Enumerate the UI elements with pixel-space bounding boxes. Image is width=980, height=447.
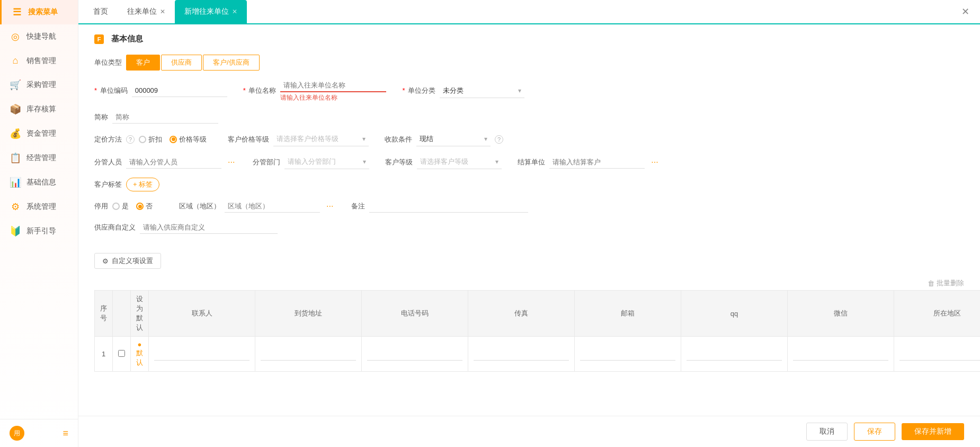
contacts-table: 序号 设为默认 联系人 到货地址 电话号码 传真 邮箱 qq 微信 所在地区 操… xyxy=(94,290,980,372)
sidebar-item-search[interactable]: ☰ 搜索菜单 xyxy=(0,0,78,24)
type-btn-supplier[interactable]: 供应商 xyxy=(161,55,202,71)
section-title-icon: F xyxy=(94,34,104,44)
qq-input[interactable] xyxy=(687,348,782,361)
avatar: 用 xyxy=(10,426,24,441)
sidebar-item-sales[interactable]: ⌂ 销售管理 xyxy=(0,49,78,73)
col-qq: qq xyxy=(681,291,788,337)
billing-unit-label: 结算单位 xyxy=(518,157,545,167)
batch-delete-row: 🗑 批量删除 xyxy=(94,278,964,288)
col-contact: 联系人 xyxy=(149,291,255,337)
disabled-group: 停用 是 否 xyxy=(94,201,153,211)
col-default: 设为默认 xyxy=(131,291,149,337)
custom-settings-wrapper: ⚙ 自定义项设置 xyxy=(78,248,980,274)
sidebar-item-basic-info[interactable]: 📊 基础信息 xyxy=(0,170,78,195)
disabled-radios: 是 否 xyxy=(112,201,153,211)
address-input[interactable] xyxy=(261,348,356,361)
billing-unit-group: 结算单位 ··· xyxy=(518,156,660,169)
pricing-radio-discount[interactable]: 折扣 xyxy=(139,135,162,144)
tab-new-partner-close[interactable]: ✕ xyxy=(232,8,237,15)
cell-default: ● 默认 xyxy=(131,337,149,372)
save-button[interactable]: 保存 xyxy=(854,423,895,441)
unit-name-input[interactable] xyxy=(280,79,386,92)
cancel-button[interactable]: 取消 xyxy=(806,423,848,441)
sidebar-item-purchase[interactable]: 🛒 采购管理 xyxy=(0,73,78,97)
email-input[interactable] xyxy=(580,348,675,361)
short-name-label: 简称 xyxy=(94,112,108,122)
short-name-group: 简称 xyxy=(94,111,218,124)
operations-icon: 📋 xyxy=(10,152,21,164)
manager-group: 分管人员 ··· xyxy=(94,156,237,169)
pricing-radio-level[interactable]: 价格等级 xyxy=(170,135,207,144)
unit-name-label: * 单位名称 xyxy=(243,86,277,95)
tab-new-partner[interactable]: 新增往来单位 ✕ xyxy=(175,0,247,23)
disabled-yes[interactable]: 是 xyxy=(112,201,129,211)
customer-price-level-select[interactable]: 请选择客户价格等级 ▾ xyxy=(273,132,369,146)
billing-unit-input[interactable] xyxy=(549,156,645,169)
unit-category-select[interactable]: 未分类 ▾ xyxy=(440,84,524,98)
cell-checkbox xyxy=(113,337,131,372)
disabled-no[interactable]: 否 xyxy=(136,201,153,211)
sales-icon: ⌂ xyxy=(10,55,21,66)
disabled-no-circle xyxy=(136,203,144,210)
dept-chevron-icon: ▾ xyxy=(363,158,366,165)
type-btn-both[interactable]: 客户/供应商 xyxy=(203,55,260,71)
region-input[interactable] xyxy=(225,200,320,213)
manager-label: 分管人员 xyxy=(94,157,122,167)
custom-settings-button[interactable]: ⚙ 自定义项设置 xyxy=(94,253,161,269)
supplier-custom-input[interactable] xyxy=(140,221,278,234)
cell-address xyxy=(255,337,362,372)
sidebar-item-quick-nav[interactable]: ◎ 快捷导航 xyxy=(0,24,78,49)
payment-chevron-icon: ▾ xyxy=(484,135,487,143)
manager-more-icon[interactable]: ··· xyxy=(226,157,237,167)
pricing-help-icon[interactable]: ? xyxy=(126,135,135,144)
expand-icon[interactable]: ≡ xyxy=(63,428,68,439)
col-fax: 传真 xyxy=(468,291,575,337)
type-btn-customer[interactable]: 客户 xyxy=(126,55,160,71)
save-and-new-button[interactable]: 保存并新增 xyxy=(902,423,964,440)
fax-input[interactable] xyxy=(474,348,569,361)
disabled-row: 停用 是 否 区域（地区） ··· xyxy=(94,200,964,213)
col-email: 邮箱 xyxy=(575,291,681,337)
customer-level-group: 客户等级 请选择客户等级 ▾ xyxy=(385,155,502,169)
department-group: 分管部门 请输入分管部门 ▾ xyxy=(253,155,369,169)
payment-terms-label: 收款条件 xyxy=(385,135,412,144)
unit-name-wrapper: 请输入往来单位名称 xyxy=(280,79,386,102)
default-radio[interactable]: ● 默认 xyxy=(136,340,143,366)
quick-nav-icon: ◎ xyxy=(10,31,21,42)
tab-home[interactable]: 首页 xyxy=(84,0,118,23)
tab-partners[interactable]: 往来单位 ✕ xyxy=(118,0,175,23)
pricing-method-label: 定价方法 xyxy=(94,135,122,144)
customer-level-label: 客户等级 xyxy=(385,157,413,167)
unit-type-row: 单位类型 客户 供应商 客户/供应商 xyxy=(94,55,964,71)
contact-input[interactable] xyxy=(154,348,250,361)
customer-level-select[interactable]: 请选择客户等级 ▾ xyxy=(417,155,502,169)
tab-partners-close[interactable]: ✕ xyxy=(160,8,165,15)
sidebar-item-finance[interactable]: 💰 资金管理 xyxy=(0,121,78,146)
remarks-input[interactable] xyxy=(369,200,528,213)
phone-input[interactable] xyxy=(367,348,462,361)
area-input[interactable] xyxy=(899,348,980,361)
wechat-input[interactable] xyxy=(793,348,888,361)
sidebar-item-operations[interactable]: 📋 经营管理 xyxy=(0,146,78,170)
unit-code-input[interactable] xyxy=(132,84,227,97)
sidebar-item-system[interactable]: ⚙ 系统管理 xyxy=(0,195,78,219)
short-name-input[interactable] xyxy=(112,111,218,124)
sidebar-item-inventory[interactable]: 📦 库存核算 xyxy=(0,97,78,121)
tag-add-button[interactable]: + 标签 xyxy=(126,178,159,191)
row-checkbox[interactable] xyxy=(118,350,125,357)
section-title: F 基本信息 xyxy=(94,34,964,44)
payment-terms-select[interactable]: 现结 ▾ xyxy=(416,132,491,146)
manager-input[interactable] xyxy=(126,156,221,169)
payment-help-icon[interactable]: ? xyxy=(495,135,503,144)
batch-delete-button[interactable]: 🗑 批量删除 xyxy=(928,278,964,288)
department-select[interactable]: 请输入分管部门 ▾ xyxy=(284,155,369,169)
region-more-icon[interactable]: ··· xyxy=(324,201,335,211)
sidebar-item-guide[interactable]: 🔰 新手引导 xyxy=(0,219,78,243)
pricing-method-radios: 折扣 价格等级 xyxy=(139,135,207,144)
supplier-custom-label: 供应商自定义 xyxy=(94,223,136,232)
guide-icon: 🔰 xyxy=(10,225,21,237)
category-chevron-icon: ▾ xyxy=(518,87,521,94)
billing-more-icon[interactable]: ··· xyxy=(649,157,660,167)
tab-bar-close-button[interactable]: ✕ xyxy=(956,6,975,17)
col-address: 到货地址 xyxy=(255,291,362,337)
